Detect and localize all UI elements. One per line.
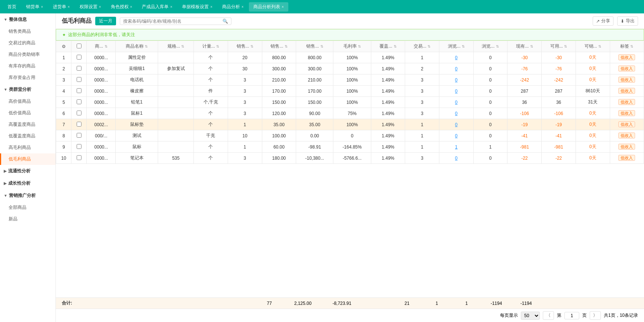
- col-code[interactable]: 商... ⇅: [87, 41, 116, 52]
- sidebar-item-category-rate[interactable]: 商品分类助销率: [0, 49, 55, 60]
- nav-roles-close[interactable]: ×: [130, 5, 132, 9]
- col-spec[interactable]: 规格... ⇅: [158, 41, 194, 52]
- sidebar-group-overall[interactable]: ▼ 整体信息: [0, 13, 55, 26]
- sidebar-item-stock-funds[interactable]: 库存资金占用: [0, 72, 55, 83]
- search-box[interactable]: 🔍: [120, 17, 231, 25]
- nav-product-analysis[interactable]: 商品分析 ×: [218, 2, 248, 12]
- sort-available-icon[interactable]: ⇅: [564, 44, 567, 48]
- col-settings[interactable]: ⚙: [56, 41, 71, 52]
- row-browse1[interactable]: 0: [439, 130, 474, 141]
- settings-icon[interactable]: ⚙: [62, 44, 66, 49]
- row-browse1[interactable]: 0: [439, 63, 474, 74]
- nav-product-analysis-list[interactable]: 商品分析列表 ×: [249, 2, 288, 12]
- sort-price-icon[interactable]: ⇅: [285, 44, 288, 48]
- nav-permissions-close[interactable]: ×: [99, 5, 101, 9]
- table-container[interactable]: ⚙ 商... ⇅ 商品名称 ⇅ 规格... ⇅ 计量... ⇅ 销售... ⇅ …: [56, 41, 644, 297]
- col-checkbox[interactable]: [71, 41, 87, 52]
- sort-tag-icon[interactable]: ⇅: [630, 44, 633, 48]
- nav-product-analysis-list-close[interactable]: ×: [282, 5, 284, 9]
- sort-browse2-icon[interactable]: ⇅: [496, 44, 499, 48]
- nav-product-entry[interactable]: 产成品入库单 ×: [137, 2, 177, 12]
- row-browse1[interactable]: 0: [439, 97, 474, 108]
- row-browse1[interactable]: 0: [439, 74, 474, 86]
- col-saleable[interactable]: 可销... ⇅: [576, 41, 610, 52]
- filter-recent-month-button[interactable]: 近一月: [95, 17, 116, 25]
- col-available[interactable]: 可用... ⇅: [542, 41, 576, 52]
- page-input[interactable]: [564, 312, 579, 319]
- row-check[interactable]: [71, 52, 87, 63]
- per-page-select[interactable]: 50 100 200: [521, 312, 540, 320]
- sort-stock-icon[interactable]: ⇅: [530, 44, 533, 48]
- sidebar-item-low-value[interactable]: 低价值商品: [0, 107, 55, 119]
- nav-product-analysis-close[interactable]: ×: [241, 5, 244, 9]
- search-input[interactable]: [123, 19, 222, 24]
- row-browse1[interactable]: 1: [439, 141, 474, 153]
- sort-name-icon[interactable]: ⇅: [145, 44, 148, 48]
- sort-spec-icon[interactable]: ⇅: [181, 44, 184, 48]
- sort-qty-icon[interactable]: ⇅: [250, 44, 253, 48]
- export-button[interactable]: ⬇ 导出: [617, 16, 638, 26]
- nav-home[interactable]: 首页: [3, 2, 21, 12]
- row-browse1[interactable]: 0: [439, 119, 474, 130]
- row-check[interactable]: [71, 119, 87, 130]
- sort-trade-icon[interactable]: ⇅: [427, 44, 430, 48]
- sort-coverage-icon[interactable]: ⇅: [394, 44, 397, 48]
- sort-amount-icon[interactable]: ⇅: [320, 44, 323, 48]
- sidebar-item-sales-products[interactable]: 销售类商品: [0, 26, 55, 37]
- col-price[interactable]: 销售... ⇅: [262, 41, 296, 52]
- share-button[interactable]: ↗ 分享: [593, 16, 613, 26]
- nav-roles[interactable]: 角色授权 ×: [106, 2, 137, 12]
- search-icon[interactable]: 🔍: [222, 19, 228, 24]
- col-browse2[interactable]: 浏览... ⇅: [473, 41, 507, 52]
- next-page-button[interactable]: 〉: [590, 311, 601, 320]
- col-browse1[interactable]: 浏览... ⇅: [439, 41, 474, 52]
- sidebar-group-growth[interactable]: ▶ 成长性分析: [0, 177, 55, 189]
- sidebar-group-circulation[interactable]: ▶ 流通性分析: [0, 165, 55, 177]
- row-check[interactable]: [71, 97, 87, 108]
- prev-page-button[interactable]: 〈: [543, 311, 554, 320]
- col-trade[interactable]: 交易... ⇅: [405, 41, 439, 52]
- sort-browse1-icon[interactable]: ⇅: [462, 44, 465, 48]
- col-stock[interactable]: 现有... ⇅: [507, 41, 542, 52]
- sidebar-item-new-products[interactable]: 新品: [0, 213, 55, 225]
- col-amount[interactable]: 销售... ⇅: [296, 41, 333, 52]
- sidebar-item-stock-products[interactable]: 有库存的商品: [0, 60, 55, 72]
- sidebar-item-high-value[interactable]: 高价值商品: [0, 96, 55, 107]
- sidebar-item-low-coverage[interactable]: 低覆盖度商品: [0, 130, 55, 142]
- col-qty[interactable]: 销售... ⇅: [228, 41, 262, 52]
- row-check[interactable]: [71, 74, 87, 86]
- row-check[interactable]: [71, 86, 87, 97]
- row-browse1[interactable]: 0: [439, 52, 474, 63]
- nav-template-close[interactable]: ×: [210, 5, 212, 9]
- col-unit[interactable]: 计量... ⇅: [194, 41, 228, 52]
- sidebar-item-low-margin[interactable]: 低毛利商品: [0, 153, 55, 165]
- nav-purchase[interactable]: 进货单 ×: [48, 2, 74, 12]
- row-browse1[interactable]: 0: [439, 86, 474, 97]
- col-coverage[interactable]: 覆盖... ⇅: [371, 41, 405, 52]
- sort-margin-icon[interactable]: ⇅: [358, 44, 361, 48]
- row-check[interactable]: [71, 108, 87, 119]
- sidebar-item-all-products[interactable]: 全部商品: [0, 202, 55, 213]
- row-check[interactable]: [71, 153, 87, 164]
- nav-product-entry-close[interactable]: ×: [170, 5, 172, 9]
- row-check[interactable]: [71, 130, 87, 141]
- row-check[interactable]: [71, 63, 87, 74]
- nav-purchase-close[interactable]: ×: [68, 5, 70, 9]
- sidebar-group-cluster[interactable]: ▼ 类群堂分析: [0, 83, 55, 96]
- col-name[interactable]: 商品名称 ⇅: [116, 41, 158, 52]
- sort-saleable-icon[interactable]: ⇅: [598, 44, 601, 48]
- col-margin[interactable]: 毛利率 ⇅: [333, 41, 371, 52]
- select-all-checkbox[interactable]: [77, 44, 81, 48]
- nav-template[interactable]: 单据模板设置 ×: [177, 2, 217, 12]
- nav-sales-close[interactable]: ×: [41, 5, 43, 9]
- row-browse1[interactable]: 0: [439, 108, 474, 119]
- nav-permissions[interactable]: 权限设置 ×: [75, 2, 106, 12]
- row-check[interactable]: [71, 141, 87, 153]
- nav-sales[interactable]: 销货单 ×: [22, 2, 48, 12]
- row-browse1[interactable]: 0: [439, 153, 474, 164]
- col-tag[interactable]: 标签 ⇅: [610, 41, 644, 52]
- sort-code-icon[interactable]: ⇅: [105, 44, 108, 48]
- sidebar-item-high-margin[interactable]: 高毛利商品: [0, 142, 55, 153]
- sort-unit-icon[interactable]: ⇅: [216, 44, 219, 48]
- sidebar-group-marketing[interactable]: ▼ 营销推广分析: [0, 189, 55, 202]
